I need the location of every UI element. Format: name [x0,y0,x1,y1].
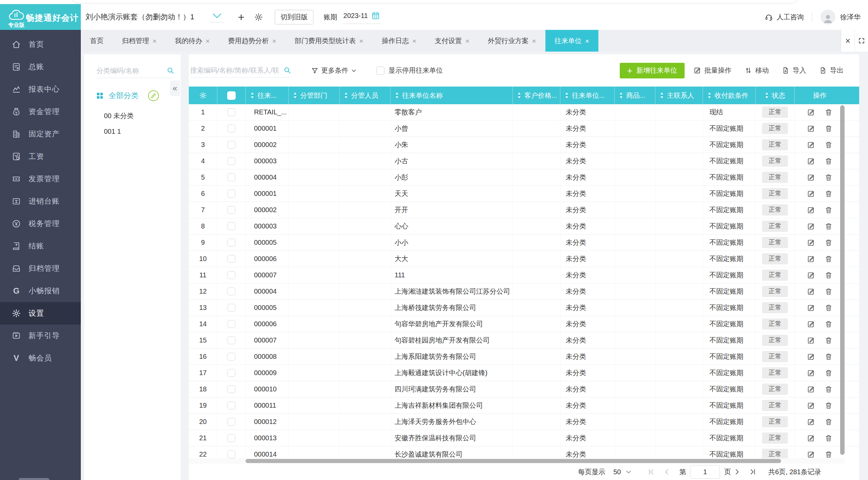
search-icon[interactable] [166,67,175,75]
tab-partners[interactable]: 往来单位× [545,30,598,52]
live-support-link[interactable]: 人工咨询 [764,13,804,22]
row-checkbox[interactable] [228,239,235,246]
column-header-customer_price[interactable]: 客户价格... [513,87,560,104]
tab-payment-settings[interactable]: 支付设置× [426,30,478,52]
sort-arrows-icon[interactable] [619,92,623,99]
sort-arrows-icon[interactable] [517,92,521,99]
edit-icon[interactable] [807,190,815,198]
partner-search-input[interactable] [190,67,279,74]
edit-categories-icon[interactable] [148,90,159,101]
row-checkbox[interactable] [228,418,235,426]
sort-arrows-icon[interactable] [250,92,254,99]
edit-icon[interactable] [807,304,815,312]
delete-icon[interactable] [825,157,833,165]
delete-icon[interactable] [825,141,833,149]
export-button[interactable]: 导出 [819,66,844,75]
close-all-tabs-icon[interactable]: × [841,30,854,52]
edit-icon[interactable] [807,141,815,149]
delete-icon[interactable] [825,385,833,393]
edit-icon[interactable] [807,320,815,328]
more-filters-button[interactable]: 更多条件 [311,66,357,75]
sidebar-item-archive[interactable]: 归档管理 [0,257,81,280]
prev-page-button[interactable] [663,468,670,476]
edit-icon[interactable] [807,353,815,361]
delete-icon[interactable] [825,320,833,328]
tab-close-icon[interactable]: × [205,37,210,44]
delete-icon[interactable] [825,353,833,361]
delete-icon[interactable] [825,271,833,279]
first-page-button[interactable] [647,468,655,476]
delete-icon[interactable] [825,336,833,345]
delete-icon[interactable] [825,418,833,426]
column-header-contact[interactable]: 主联系人 [655,87,703,104]
fullscreen-icon[interactable] [854,30,868,52]
next-page-button[interactable] [734,468,741,476]
import-button[interactable]: 导入 [782,66,806,75]
avatar[interactable] [820,10,835,24]
column-header-action[interactable]: 操作 [795,87,845,104]
add-account-set-icon[interactable]: + [238,11,245,23]
delete-icon[interactable] [825,369,833,377]
delete-icon[interactable] [825,125,833,133]
row-checkbox[interactable] [228,402,235,409]
row-checkbox[interactable] [228,206,235,214]
edit-icon[interactable] [807,222,815,230]
select-all-checkbox[interactable] [227,91,236,100]
sidebar-item-funds[interactable]: 资金管理 [0,100,81,123]
edit-icon[interactable] [807,418,815,426]
sidebar-item-reimburse[interactable]: G小畅报销 [0,280,81,302]
switch-to-old-version-button[interactable]: 切到旧版 [275,10,313,24]
show-disabled-checkbox[interactable] [376,67,384,75]
delete-icon[interactable] [825,206,833,214]
edit-icon[interactable] [807,385,815,393]
edit-icon[interactable] [807,271,815,279]
column-header-payment[interactable]: 收付款条件 [703,87,756,104]
category-item[interactable]: 001 1 [84,124,181,139]
sort-arrows-icon[interactable] [395,92,399,99]
row-checkbox[interactable] [228,255,235,263]
tab-close-icon[interactable]: × [465,37,469,44]
tab-expense-trend[interactable]: 费用趋势分析× [219,30,286,52]
row-checkbox[interactable] [228,222,235,230]
column-header-dept[interactable]: 分管部门 [289,87,340,104]
tab-close-icon[interactable]: × [585,37,589,44]
last-page-button[interactable] [749,468,757,476]
sidebar-item-member[interactable]: V畅会员 [0,347,81,369]
row-checkbox[interactable] [228,190,235,198]
account-settings-gear-icon[interactable] [254,13,263,22]
row-checkbox[interactable] [228,369,235,377]
show-disabled-toggle[interactable]: 显示停用往来单位 [376,66,443,75]
sidebar-item-fixed-assets[interactable]: 固定资产 [0,123,81,145]
horizontal-scrollbar[interactable] [189,458,845,464]
sort-arrows-icon[interactable] [293,92,297,99]
delete-icon[interactable] [825,222,833,230]
edit-icon[interactable] [807,125,815,133]
edit-icon[interactable] [807,288,815,296]
per-page-value[interactable]: 50 [613,468,621,476]
batch-operate-button[interactable]: 批量操作 [693,66,731,75]
sidebar-item-guide[interactable]: 新手引导 [0,325,81,347]
tab-close-icon[interactable]: × [272,37,276,44]
sort-arrows-icon[interactable] [565,92,569,99]
account-chevron-down-icon[interactable] [210,11,224,23]
tab-operation-log[interactable]: 操作日志× [373,30,426,52]
tab-archive-mgmt[interactable]: 归档管理× [113,30,166,52]
column-settings-gear-icon[interactable] [199,91,207,99]
row-checkbox[interactable] [228,320,235,328]
sidebar-item-report-center[interactable]: 报表中心 [0,78,81,100]
horizontal-scrollbar-thumb[interactable] [246,459,781,463]
row-checkbox[interactable] [228,271,235,279]
row-checkbox[interactable] [228,336,235,344]
row-checkbox[interactable] [228,108,235,116]
category-root-row[interactable]: 全部分类 [84,90,181,101]
vertical-scrollbar-thumb[interactable] [840,105,845,455]
edit-icon[interactable] [807,402,815,410]
sort-arrows-icon[interactable] [344,92,348,99]
search-icon[interactable] [283,66,291,74]
sidebar-item-home[interactable]: 首页 [0,33,81,56]
row-checkbox[interactable] [228,450,235,458]
row-checkbox[interactable] [228,157,235,165]
edit-icon[interactable] [807,450,815,459]
category-search-input[interactable] [96,67,164,75]
move-button[interactable]: 移动 [744,66,769,75]
